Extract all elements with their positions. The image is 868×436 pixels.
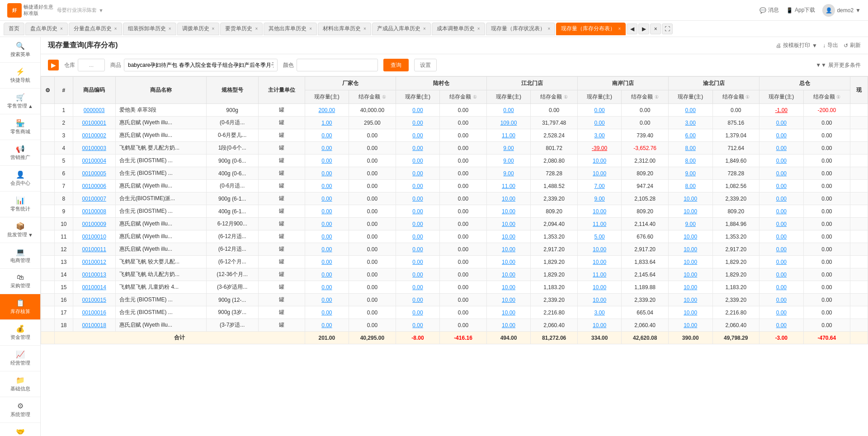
tab-expand-btn[interactable]: ⛶ xyxy=(662,23,673,34)
cell-na-qty[interactable]: 7.00 xyxy=(577,180,622,192)
cell-code[interactable]: 00100009 xyxy=(73,218,115,230)
cell-cj-qty[interactable]: 0.00 xyxy=(305,205,349,218)
cell-lc-qty[interactable]: 0.00 xyxy=(396,142,440,155)
cell-lc-qty[interactable]: 0.00 xyxy=(396,192,440,205)
sidebar-item-financial[interactable]: 💰 资金管理 xyxy=(0,320,40,346)
tab-productin[interactable]: 产成品入库单历史 × xyxy=(372,23,431,35)
cell-jb-qty[interactable]: 10.00 xyxy=(486,281,531,294)
cell-cj-qty[interactable]: 0.00 xyxy=(305,142,349,155)
cell-code[interactable]: 00100002 xyxy=(73,129,115,142)
cell-zc-qty[interactable]: 0.00 xyxy=(759,180,803,192)
cell-lc-qty[interactable]: 0.00 xyxy=(396,180,440,192)
cell-lc-qty[interactable]: 0.00 xyxy=(396,230,440,243)
close-tab-partstock[interactable]: × xyxy=(114,26,117,31)
cell-na-qty[interactable]: 10.00 xyxy=(577,281,622,294)
cell-code[interactable]: 00100006 xyxy=(73,180,115,192)
cell-na-qty[interactable]: 11.00 xyxy=(577,268,622,281)
cell-yb-qty[interactable]: 10.00 xyxy=(668,319,712,332)
cell-lc-qty[interactable]: 0.00 xyxy=(396,129,440,142)
close-tab-transfer[interactable]: × xyxy=(212,26,215,31)
color-input[interactable] xyxy=(297,59,378,71)
cell-yb-qty[interactable]: 10.00 xyxy=(668,243,712,256)
tab-next-btn[interactable]: ▶ xyxy=(638,23,649,34)
cell-code[interactable]: 00100010 xyxy=(73,230,115,243)
cell-code[interactable]: 00100015 xyxy=(73,294,115,306)
cell-zc-qty[interactable]: -1.00 xyxy=(759,104,803,117)
tab-partstock[interactable]: 分量盘点单历史 × xyxy=(69,23,122,35)
tab-demand[interactable]: 要货单历史 × xyxy=(220,23,263,35)
cell-zc-qty[interactable]: 0.00 xyxy=(759,205,803,218)
message-btn[interactable]: 💬 消息 xyxy=(760,6,779,14)
cell-lc-qty[interactable]: 0.00 xyxy=(396,256,440,268)
tab-stockstatus[interactable]: 现存量（库存状况表） × xyxy=(486,23,556,35)
cell-code[interactable]: 00100005 xyxy=(73,167,115,180)
cell-zc-qty[interactable]: 0.00 xyxy=(759,129,803,142)
cell-zc-qty[interactable]: 0.00 xyxy=(759,230,803,243)
tab-transfer[interactable]: 调拨单历史 × xyxy=(177,23,220,35)
cell-cj-qty[interactable]: 0.00 xyxy=(305,192,349,205)
sidebar-item-purchase[interactable]: 🛍 采购管理 xyxy=(0,269,40,294)
sidebar-item-ecommerce[interactable]: 💻 电商管理 xyxy=(0,243,40,269)
cell-code[interactable]: 00100018 xyxy=(73,319,115,332)
cell-cj-qty[interactable]: 0.00 xyxy=(305,294,349,306)
cell-yb-qty[interactable]: 9.00 xyxy=(668,218,712,230)
tab-stockdist[interactable]: 现存量（库存分布表） × xyxy=(556,23,626,35)
cell-cj-qty[interactable]: 0.00 xyxy=(305,180,349,192)
close-tab-stocklist[interactable]: × xyxy=(60,26,63,31)
close-tab-stockstatus[interactable]: × xyxy=(548,26,551,31)
cell-na-qty[interactable]: 9.00 xyxy=(577,192,622,205)
cell-zc-qty[interactable]: 0.00 xyxy=(759,142,803,155)
cell-jb-qty[interactable]: 10.00 xyxy=(486,256,531,268)
expand-more-btn[interactable]: ▼▼ 展开更多条件 xyxy=(816,61,861,69)
cell-lc-qty[interactable]: 0.00 xyxy=(396,268,440,281)
cell-yb-qty[interactable]: 8.00 xyxy=(668,180,712,192)
cell-zc-qty[interactable]: 0.00 xyxy=(759,256,803,268)
cell-zc-qty[interactable]: 0.00 xyxy=(759,294,803,306)
cell-zc-qty[interactable]: 0.00 xyxy=(759,281,803,294)
cell-na-qty[interactable]: 10.00 xyxy=(577,205,622,218)
cell-jb-qty[interactable]: 10.00 xyxy=(486,218,531,230)
sidebar-item-basics[interactable]: 📁 基础信息 xyxy=(0,371,40,397)
sidebar-item-inventory[interactable]: 📋 库存核算 xyxy=(0,294,40,320)
cell-jb-qty[interactable]: 109.00 xyxy=(486,117,531,129)
cell-zc-qty[interactable]: 0.00 xyxy=(759,268,803,281)
sidebar-item-stats[interactable]: 📊 零售统计 xyxy=(0,192,40,217)
sidebar-item-retailshop[interactable]: 🏪 零售商城 xyxy=(0,114,40,140)
sidebar-item-quicknav[interactable]: ⚡ 快捷导航 xyxy=(0,63,40,89)
cell-zc-qty[interactable]: 0.00 xyxy=(759,192,803,205)
cell-lc-qty[interactable]: 0.00 xyxy=(396,205,440,218)
cell-jb-qty[interactable]: 10.00 xyxy=(486,192,531,205)
cell-yb-qty[interactable]: 8.00 xyxy=(668,142,712,155)
cell-code[interactable]: 00100008 xyxy=(73,205,115,218)
goods-input[interactable] xyxy=(124,59,278,71)
cell-na-qty[interactable]: -39.00 xyxy=(577,142,622,155)
industry-selector[interactable]: 母婴行业演示陈套 ▼ xyxy=(57,7,104,14)
cell-jb-qty[interactable]: 10.00 xyxy=(486,306,531,319)
cell-lc-qty[interactable]: 0.00 xyxy=(396,294,440,306)
cell-na-qty[interactable]: 0.00 xyxy=(577,117,622,129)
close-tab-stockdist[interactable]: × xyxy=(618,26,621,31)
cell-cj-qty[interactable]: 0.00 xyxy=(305,306,349,319)
close-tab-materialout[interactable]: × xyxy=(363,26,366,31)
cell-jb-qty[interactable]: 10.00 xyxy=(486,268,531,281)
cell-lc-qty[interactable]: 0.00 xyxy=(396,104,440,117)
export-btn[interactable]: ↓ 导出 xyxy=(823,42,838,49)
cell-lc-qty[interactable]: 0.00 xyxy=(396,218,440,230)
settings-button[interactable]: 设置 xyxy=(414,59,437,71)
cell-lc-qty[interactable]: 0.00 xyxy=(396,117,440,129)
cell-code[interactable]: 0000003 xyxy=(73,104,115,117)
tab-costadjust[interactable]: 成本调整单历史 × xyxy=(432,23,485,35)
sidebar-item-company[interactable]: 🤝 企业协同 xyxy=(0,423,40,436)
cell-na-qty[interactable]: 3.00 xyxy=(577,129,622,142)
cell-jb-qty[interactable]: 0.00 xyxy=(486,104,531,117)
cell-zc-qty[interactable]: 0.00 xyxy=(759,306,803,319)
tab-home[interactable]: 首页 xyxy=(4,23,24,35)
cell-code[interactable]: 00100001 xyxy=(73,117,115,129)
cell-yb-qty[interactable]: 6.00 xyxy=(668,129,712,142)
sidebar-item-marketing[interactable]: 📢 营销推广 xyxy=(0,140,40,166)
cell-na-qty[interactable]: 11.00 xyxy=(577,218,622,230)
cell-jb-qty[interactable]: 10.00 xyxy=(486,230,531,243)
cell-jb-qty[interactable]: 9.00 xyxy=(486,155,531,167)
sidebar-item-search[interactable]: 🔍 搜索英单 xyxy=(0,37,40,63)
cell-yb-qty[interactable]: 9.00 xyxy=(668,167,712,180)
